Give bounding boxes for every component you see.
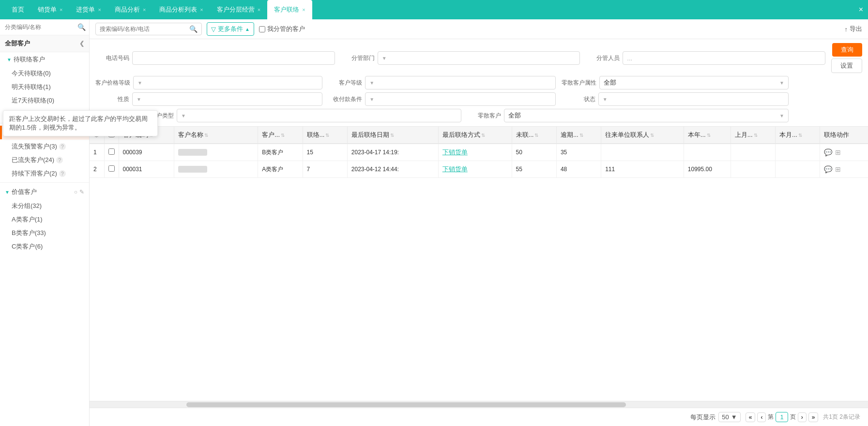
horizontal-scrollbar[interactable] bbox=[90, 401, 868, 408]
sort-unit-icon[interactable]: ⇅ bbox=[650, 132, 654, 138]
cell-checkbox-1[interactable] bbox=[104, 144, 119, 161]
cell-uncontact-1: 50 bbox=[512, 144, 556, 161]
sidebar-item-ungrouped[interactable]: 未分组(32) bbox=[0, 199, 89, 213]
sidebar-search-icon[interactable]: 🔍 bbox=[77, 23, 86, 31]
my-customers-check[interactable] bbox=[259, 26, 265, 32]
cell-method-1[interactable]: 下销货单 bbox=[438, 144, 512, 161]
pending-contact-group[interactable]: ▼ 待联络客户 bbox=[0, 52, 89, 67]
close-customer-tier-icon[interactable]: × bbox=[258, 7, 260, 13]
sidebar-item-continuous-down[interactable]: 持续下滑客户(2) ? bbox=[0, 167, 89, 180]
close-product-list-icon[interactable]: × bbox=[200, 7, 203, 13]
cell-date-1: 2023-04-17 14:19: bbox=[347, 144, 438, 161]
sort-date-icon[interactable]: ⇅ bbox=[390, 132, 394, 138]
sort-this-month-icon[interactable]: ⇅ bbox=[798, 132, 802, 138]
collapse-icon[interactable]: ❮ bbox=[79, 40, 84, 47]
sidebar-item-c-class[interactable]: C类客户(6) bbox=[0, 240, 89, 253]
sidebar-item-today[interactable]: 今天待联络(0) bbox=[0, 67, 89, 80]
sort-last-month-icon[interactable]: ⇅ bbox=[754, 132, 758, 138]
nav-home[interactable]: 首页 bbox=[5, 0, 31, 19]
cell-last-month-2 bbox=[731, 161, 775, 178]
edit-circle-icon[interactable]: ○ bbox=[74, 189, 77, 195]
sidebar: 🔍 全部客户 ❮ ▼ 待联络客户 今天待联络(0) 明天待联络(1) 近7天待联… bbox=[0, 19, 90, 426]
sidebar-item-tomorrow[interactable]: 明天待联络(1) bbox=[0, 80, 89, 94]
gender-dropdown-icon: ▼ bbox=[137, 97, 141, 102]
chat-icon-1[interactable]: 💬 bbox=[824, 148, 832, 156]
th-uncontact: 未联... ⇅ bbox=[512, 127, 556, 144]
blurred-name-1 bbox=[178, 149, 207, 156]
more-conditions-button[interactable]: ▽ 更多条件 ▲ bbox=[207, 22, 254, 36]
row2-checkbox[interactable] bbox=[108, 165, 115, 172]
page-size-select[interactable]: 50 ▼ bbox=[718, 412, 740, 422]
next-page-button[interactable]: › bbox=[798, 412, 807, 422]
retail-attr-input[interactable]: 全部 ▼ bbox=[599, 76, 789, 89]
sort-uncontact-icon[interactable]: ⇅ bbox=[534, 132, 538, 138]
method-link-1[interactable]: 下销货单 bbox=[442, 148, 468, 156]
sidebar-search-input[interactable] bbox=[5, 24, 77, 30]
retail-customer-input[interactable]: 全部 ▼ bbox=[504, 109, 789, 122]
continuous-down-help-icon[interactable]: ? bbox=[59, 170, 66, 177]
edit-icon[interactable]: ✎ bbox=[79, 189, 84, 195]
sidebar-item-already-lost[interactable]: 已流失客户(24) ? bbox=[0, 153, 89, 167]
nav-product-analysis[interactable]: 商品分析 × bbox=[108, 0, 152, 19]
gender-input[interactable]: ▼ bbox=[132, 92, 322, 106]
sort-year-icon[interactable]: ⇅ bbox=[707, 132, 711, 138]
cell-method-2[interactable]: 下销货单 bbox=[438, 161, 512, 178]
nav-purchase[interactable]: 进货单 × bbox=[69, 0, 107, 19]
chat-icon-2[interactable]: 💬 bbox=[824, 165, 832, 173]
search-input[interactable] bbox=[100, 26, 189, 32]
close-all-button[interactable]: × bbox=[859, 5, 863, 14]
nav-sales[interactable]: 销货单 × bbox=[31, 0, 69, 19]
first-page-button[interactable]: « bbox=[746, 412, 756, 422]
grid-icon-2[interactable]: ⊞ bbox=[835, 165, 841, 173]
nav-customer-contact[interactable]: 客户联络 × bbox=[267, 0, 312, 19]
nav-customer-tier[interactable]: 客户分层经营 × bbox=[210, 0, 267, 19]
sidebar-item-lost-warning[interactable]: 流失预警客户(3) ? bbox=[0, 140, 89, 153]
sidebar-item-7days[interactable]: 近7天待联络(0) bbox=[0, 94, 89, 107]
grid-icon-1[interactable]: ⊞ bbox=[835, 148, 841, 156]
method-link-2[interactable]: 下销货单 bbox=[442, 165, 468, 173]
all-customers-title[interactable]: 全部客户 ❮ bbox=[0, 35, 89, 52]
sidebar-item-a-class[interactable]: A类客户(1) bbox=[0, 213, 89, 226]
nav-product-list[interactable]: 商品分析列表 × bbox=[152, 0, 210, 19]
close-sales-icon[interactable]: × bbox=[60, 7, 62, 13]
sort-name-icon[interactable]: ⇅ bbox=[204, 132, 208, 138]
close-product-analysis-icon[interactable]: × bbox=[143, 7, 146, 13]
th-name: 客户名称 ⇅ bbox=[174, 127, 258, 144]
export-button[interactable]: ↑ 导出 bbox=[845, 25, 863, 33]
customer-type-input[interactable]: ▼ bbox=[177, 109, 461, 122]
value-customer-group[interactable]: ▼ 价值客户 ○ ✎ bbox=[0, 185, 89, 199]
my-customers-checkbox[interactable]: 我分管的客户 bbox=[259, 25, 305, 33]
search-icon[interactable]: 🔍 bbox=[189, 25, 198, 33]
scrollbar-thumb[interactable] bbox=[186, 402, 626, 407]
sort-contact-icon[interactable]: ⇅ bbox=[325, 132, 329, 138]
prev-page-button[interactable]: ‹ bbox=[757, 412, 766, 422]
department-input[interactable]: ▼ bbox=[378, 51, 580, 65]
th-last-contact-date: 最后联络日期 ⇅ bbox=[347, 127, 438, 144]
cell-overdue-2: 48 bbox=[556, 161, 601, 178]
close-customer-contact-icon[interactable]: × bbox=[302, 7, 305, 13]
cell-checkbox-2[interactable] bbox=[104, 161, 119, 178]
sort-overdue-icon[interactable]: ⇅ bbox=[579, 132, 583, 138]
price-level-field: 客户价格等级 ▼ bbox=[95, 76, 322, 89]
customer-level-input[interactable]: ▼ bbox=[365, 76, 555, 89]
query-button[interactable]: 查询 bbox=[832, 43, 862, 57]
phone-input[interactable] bbox=[132, 51, 335, 65]
close-purchase-icon[interactable]: × bbox=[98, 7, 101, 13]
already-lost-help-icon[interactable]: ? bbox=[56, 157, 63, 163]
sidebar-item-b-class[interactable]: B类客户(33) bbox=[0, 226, 89, 240]
settings-button[interactable]: 设置 bbox=[831, 59, 862, 73]
payment-input[interactable]: ▼ bbox=[365, 92, 555, 106]
row1-checkbox[interactable] bbox=[108, 148, 115, 155]
sort-method-icon[interactable]: ⇅ bbox=[481, 132, 485, 138]
filter-actions: 查询 设置 bbox=[831, 43, 862, 73]
cell-uncontact-2: 55 bbox=[512, 161, 556, 178]
lost-warning-help-icon[interactable]: ? bbox=[59, 143, 66, 150]
manager-input[interactable]: ... bbox=[623, 51, 825, 65]
retail-customer-field: 零散客户 全部 ▼ bbox=[467, 109, 789, 122]
last-page-button[interactable]: » bbox=[808, 412, 819, 422]
price-level-input[interactable]: ▼ bbox=[133, 76, 322, 89]
sort-type-icon[interactable]: ⇅ bbox=[281, 132, 285, 138]
current-page-display[interactable]: 1 bbox=[776, 412, 788, 422]
status-input[interactable]: ▼ bbox=[598, 92, 789, 106]
cell-code-2: 000031 bbox=[119, 161, 174, 178]
